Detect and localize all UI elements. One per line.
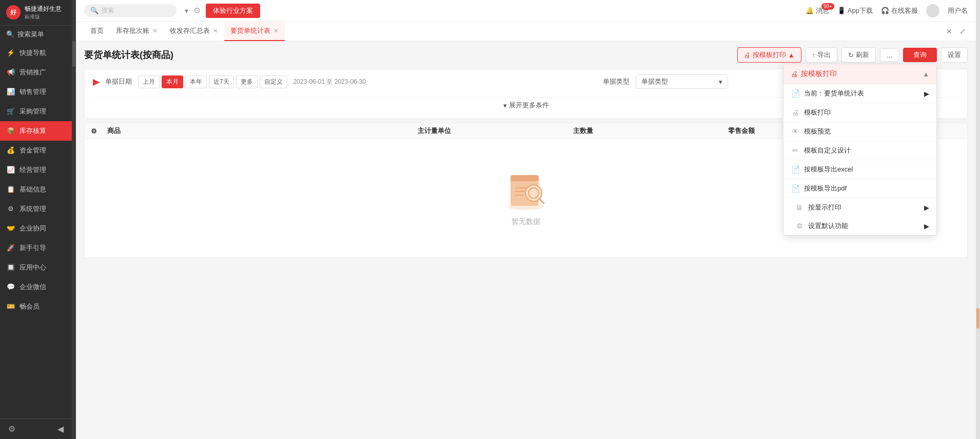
tab-close-receipt-summary[interactable]: ✕: [213, 27, 218, 34]
expand-icon: ▾: [503, 102, 507, 109]
trial-button[interactable]: 体验行业方案: [206, 4, 260, 18]
topbar-dropdown-icon[interactable]: ▾: [185, 7, 188, 15]
template-pdf-icon: 📄: [791, 184, 800, 193]
sales-icon: 📊: [6, 87, 15, 97]
tab-close-order-stats[interactable]: ✕: [273, 27, 279, 34]
date-group: 上月 本月 本年 近7天 更多 自定义: [138, 75, 287, 88]
dropdown-current-template[interactable]: 📄 当前：要货单统计表 ▶: [783, 84, 936, 103]
print-template-dropdown: 🖨 按模板打印 ▲ 📄 当前：要货单统计表 ▶: [783, 64, 937, 236]
query-button[interactable]: 查询: [903, 48, 937, 62]
purchase-icon: 🛒: [6, 107, 15, 116]
sidebar-item-operation[interactable]: 📈 经营管理: [0, 160, 72, 180]
current-template-icon: 📄: [791, 89, 800, 98]
settings-footer-icon[interactable]: ⚙: [8, 424, 15, 434]
topbar-right: 🔔 消息 99+ 📱 App下载 🎧 在线客服 用户名: [806, 4, 968, 17]
current-template-arrow-icon: ▶: [924, 90, 929, 98]
date-btn-this-year[interactable]: 本年: [185, 75, 207, 88]
page-scrollbar[interactable]: [976, 0, 980, 439]
order-type-select[interactable]: 单据类型 ▾: [636, 74, 728, 89]
sidebar-item-wechat[interactable]: 💬 企业微信: [0, 277, 72, 297]
quick-nav-icon: ⚡: [6, 48, 15, 58]
sidebar-item-quick-nav[interactable]: ⚡ 快捷导航: [0, 43, 72, 63]
empty-svg: [500, 170, 552, 211]
sidebar-item-sales[interactable]: 📊 销售管理: [0, 82, 72, 102]
sidebar-item-purchase[interactable]: 🛒 采购管理: [0, 102, 72, 121]
date-btn-7days[interactable]: 近7天: [209, 75, 234, 88]
template-print-icon: 🖨: [791, 108, 800, 117]
sidebar-item-member[interactable]: 🎫 畅会员: [0, 297, 72, 316]
sidebar-item-basic[interactable]: 📋 基础信息: [0, 180, 72, 199]
th-gear: ⚙: [91, 127, 107, 135]
page-actions: 🖨 按模板打印 ▲ ↑ 导出 ↻ 刷新 🖨: [737, 47, 968, 63]
marketing-icon: 📢: [6, 68, 15, 77]
tab-home[interactable]: 首页: [84, 22, 110, 41]
th-qty: 主数量: [573, 126, 729, 136]
collapse-icon[interactable]: ◀: [57, 424, 64, 434]
sidebar-item-system[interactable]: ⚙ 系统管理: [0, 199, 72, 219]
expand-window-btn[interactable]: ⤢: [957, 26, 968, 36]
tab-close-inventory-batch[interactable]: ✕: [152, 27, 158, 34]
topbar-gear-icon[interactable]: ⚙: [193, 6, 201, 15]
online-support-button[interactable]: 🎧 在线客服: [881, 6, 918, 15]
app-logo: 好 畅捷通好生意 标准版: [0, 0, 72, 26]
printer-dropdown-icon: 🖨: [791, 70, 798, 78]
sidebar-item-marketing[interactable]: 📢 营销推广: [0, 63, 72, 82]
settings-button[interactable]: 设置: [941, 47, 968, 63]
dropdown-template-custom[interactable]: ✏ 模板自定义设计: [783, 141, 936, 160]
app-download-button[interactable]: 📱 App下载: [837, 6, 873, 15]
date-btn-this-month[interactable]: 本月: [162, 75, 183, 88]
topbar-search[interactable]: 🔍 搜索: [84, 4, 177, 17]
export-icon: ↑: [812, 51, 816, 59]
gear-col-icon[interactable]: ⚙: [91, 127, 97, 135]
th-goods: 商品: [107, 126, 418, 136]
template-custom-icon: ✏: [791, 146, 800, 155]
printer-icon: 🖨: [744, 51, 751, 59]
guide-icon: 🚀: [6, 243, 15, 253]
empty-illustration: [500, 170, 552, 211]
empty-text: 暂无数据: [512, 217, 540, 226]
export-button[interactable]: ↑ 导出: [806, 47, 838, 63]
messages-button[interactable]: 🔔 消息 99+: [806, 6, 829, 15]
print-template-button[interactable]: 🖨 按模板打印 ▲: [737, 47, 801, 63]
display-print-icon: 🖥: [795, 203, 804, 212]
sidebar-scroll-thumb: [72, 41, 75, 67]
dropdown-template-excel[interactable]: 📄 按模板导出excel: [783, 160, 936, 179]
refresh-icon: ↻: [848, 51, 854, 59]
page-scrollbar-thumb: [976, 308, 979, 329]
tab-receipt-summary[interactable]: 收发存汇总表 ✕: [164, 22, 224, 41]
tab-inventory-batch[interactable]: 库存批次账 ✕: [110, 22, 164, 41]
more-button[interactable]: ...: [880, 48, 899, 62]
sidebar-item-inventory[interactable]: 📦 库存核算: [0, 121, 72, 141]
finance-icon: 💰: [6, 146, 15, 155]
inventory-icon: 📦: [6, 126, 15, 136]
sidebar-item-collab[interactable]: 🤝 企业协同: [0, 219, 72, 238]
dropdown-display-print[interactable]: 🖥 按显示打印 ▶: [783, 198, 936, 217]
dropdown-collapse-icon[interactable]: ▲: [923, 70, 929, 78]
sidebar-item-finance[interactable]: 💰 资金管理: [0, 141, 72, 160]
filter-collapse-icon[interactable]: ▶: [93, 77, 99, 87]
search-menu-item[interactable]: 🔍 搜索菜单: [0, 26, 72, 43]
sidebar-nav: ⚡ 快捷导航 📢 营销推广 📊 销售管理 🛒 采购管理 📦 库存核算 💰 资金管…: [0, 43, 72, 418]
date-range-label: 2023-06-01 至 2023-06-30: [293, 78, 366, 86]
date-btn-custom[interactable]: 自定义: [260, 75, 287, 88]
dropdown-template-preview[interactable]: 👁 模板预览: [783, 122, 936, 141]
sidebar-item-guide[interactable]: 🚀 新手引导: [0, 238, 72, 258]
tab-order-stats[interactable]: 要货单统计表 ✕: [224, 22, 285, 41]
sidebar-item-apps[interactable]: 🔲 应用中心: [0, 258, 72, 277]
user-avatar[interactable]: [926, 4, 939, 17]
logo-text: 畅捷通好生意 标准版: [25, 5, 62, 20]
svg-rect-2: [511, 175, 539, 181]
dropdown-template-print[interactable]: 🖨 模板打印: [783, 103, 936, 122]
search-icon: 🔍: [6, 30, 14, 38]
basic-icon: 📋: [6, 185, 15, 194]
dropdown-set-default[interactable]: ⚙ 设置默认功能 ▶: [783, 217, 936, 235]
page-header: 要货单统计表(按商品) 🖨 按模板打印 ▲ ↑ 导出 ↻ 刷新: [84, 47, 968, 63]
refresh-button[interactable]: ↻ 刷新: [841, 47, 876, 63]
bell-icon: 🔔: [806, 7, 814, 14]
date-btn-last-month[interactable]: 上月: [138, 75, 160, 88]
system-icon: ⚙: [6, 204, 15, 214]
dropdown-template-pdf[interactable]: 📄 按模板导出pdf: [783, 179, 936, 198]
sidebar-scrollbar[interactable]: [72, 0, 76, 439]
close-window-btn[interactable]: ✕: [944, 26, 954, 36]
date-btn-more[interactable]: 更多: [236, 75, 258, 88]
